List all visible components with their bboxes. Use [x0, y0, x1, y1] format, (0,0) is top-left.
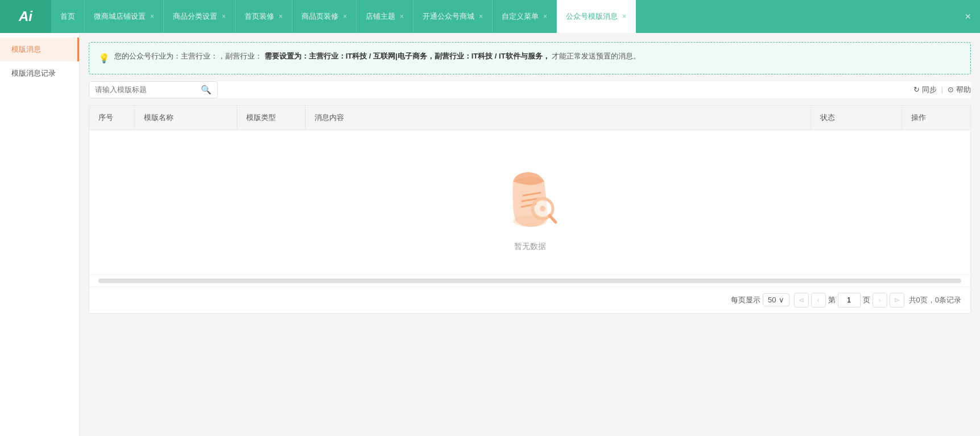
- search-input[interactable]: [95, 85, 197, 94]
- page-number-input[interactable]: [838, 293, 861, 308]
- tab-close-goods-decor[interactable]: ×: [343, 13, 347, 20]
- nav-tab-template-msg[interactable]: 公众号模版消息×: [557, 0, 636, 33]
- tab-close-homepage-decor[interactable]: ×: [279, 13, 283, 20]
- table-header-content: 消息内容: [305, 106, 811, 130]
- total-info: 共0页，0条记录: [909, 295, 961, 305]
- help-icon: ⊙: [948, 85, 954, 94]
- nav-tab-wsc-shop[interactable]: 微商城店铺设置×: [85, 0, 164, 33]
- page-nav: ⊲ ‹ 第 页 › ⊳: [794, 293, 904, 308]
- table-header-name: 模版名称: [135, 106, 237, 130]
- scrollbar-area[interactable]: [89, 275, 970, 286]
- table-header: 序号模版名称模版类型消息内容状态操作: [89, 106, 970, 130]
- sync-button[interactable]: ↻ 同步: [913, 85, 937, 95]
- nav-tab-goods-category[interactable]: 商品分类设置×: [164, 0, 235, 33]
- horizontal-scrollbar[interactable]: [98, 279, 961, 283]
- table-header-status: 状态: [811, 106, 902, 130]
- svg-point-7: [540, 206, 545, 211]
- main-layout: 模版消息模版消息记录 💡 您的公众号行业为：主营行业：，副营行业： 需要设置为：…: [0, 33, 980, 436]
- last-page-button[interactable]: ⊳: [890, 293, 904, 308]
- nav-tab-homepage-decor[interactable]: 首页装修×: [235, 0, 292, 33]
- toolbar-right: ↻ 同步 | ⊙ 帮助: [913, 85, 971, 95]
- search-box: 🔍: [89, 81, 218, 98]
- tab-close-custom-menu[interactable]: ×: [543, 13, 547, 20]
- nav-tab-custom-menu[interactable]: 自定义菜单×: [493, 0, 557, 33]
- close-all-tabs-button[interactable]: ×: [956, 11, 980, 23]
- table-header-action: 操作: [902, 106, 970, 130]
- tab-close-shop-theme[interactable]: ×: [400, 13, 404, 20]
- page-size-dropdown[interactable]: 50 ∨: [763, 293, 789, 306]
- toolbar: 🔍 ↻ 同步 | ⊙ 帮助: [89, 81, 971, 98]
- nav-tab-open-mall[interactable]: 开通公众号商城×: [413, 0, 493, 33]
- sidebar: 模版消息模版消息记录: [0, 33, 80, 436]
- page-size-label: 每页显示: [731, 295, 760, 305]
- tab-close-template-msg[interactable]: ×: [622, 13, 626, 20]
- first-page-button[interactable]: ⊲: [794, 293, 809, 308]
- content-area: 💡 您的公众号行业为：主营行业：，副营行业： 需要设置为：主营行业：IT科技 /…: [80, 33, 980, 436]
- nav-tab-home[interactable]: 首页: [51, 0, 85, 33]
- empty-state: 暂无数据: [89, 130, 970, 275]
- nav-tab-goods-decor[interactable]: 商品页装修×: [292, 0, 357, 33]
- app-logo: Ai: [0, 0, 51, 33]
- chevron-down-icon: ∨: [779, 296, 784, 304]
- table-header-type: 模版类型: [237, 106, 305, 130]
- page-label-prefix: 第: [828, 295, 836, 305]
- prev-page-button[interactable]: ‹: [811, 293, 826, 308]
- nav-tab-shop-theme[interactable]: 店铺主题×: [357, 0, 413, 33]
- table-header-index: 序号: [89, 106, 135, 130]
- tab-close-open-mall[interactable]: ×: [479, 13, 483, 20]
- next-page-button[interactable]: ›: [873, 293, 887, 308]
- help-button[interactable]: ⊙ 帮助: [948, 85, 971, 95]
- top-nav: Ai 首页微商城店铺设置×商品分类设置×首页装修×商品页装修×店铺主题×开通公众…: [0, 0, 980, 33]
- pagination: 每页显示 50 ∨ ⊲ ‹ 第 页 › ⊳ 共0页，0条记录: [89, 286, 970, 313]
- divider: |: [941, 85, 943, 94]
- sidebar-item-template-msg-record[interactable]: 模版消息记录: [0, 61, 79, 85]
- data-table: 序号模版名称模版类型消息内容状态操作: [89, 105, 971, 314]
- sync-icon: ↻: [913, 85, 920, 94]
- page-size-select: 每页显示 50 ∨: [731, 293, 789, 306]
- notice-text: 您的公众号行业为：主营行业：，副营行业： 需要设置为：主营行业：IT科技 / 互…: [114, 51, 640, 63]
- search-button[interactable]: 🔍: [201, 85, 212, 95]
- empty-text: 暂无数据: [514, 242, 546, 252]
- sidebar-item-template-msg[interactable]: 模版消息: [0, 38, 79, 61]
- tab-close-wsc-shop[interactable]: ×: [150, 13, 154, 20]
- notice-box: 💡 您的公众号行业为：主营行业：，副营行业： 需要设置为：主营行业：IT科技 /…: [89, 42, 971, 74]
- nav-tabs: 首页微商城店铺设置×商品分类设置×首页装修×商品页装修×店铺主题×开通公众号商城…: [51, 0, 956, 33]
- tab-close-goods-category[interactable]: ×: [222, 13, 226, 20]
- notice-icon: 💡: [98, 51, 110, 66]
- notice-highlight: 需要设置为：主营行业：IT科技 / 互联网|电子商务，副营行业：IT科技 / I…: [264, 52, 550, 60]
- page-label-suffix: 页: [863, 295, 870, 305]
- empty-icon: [496, 164, 564, 232]
- page-size-value: 50: [768, 296, 776, 304]
- svg-line-6: [549, 215, 556, 222]
